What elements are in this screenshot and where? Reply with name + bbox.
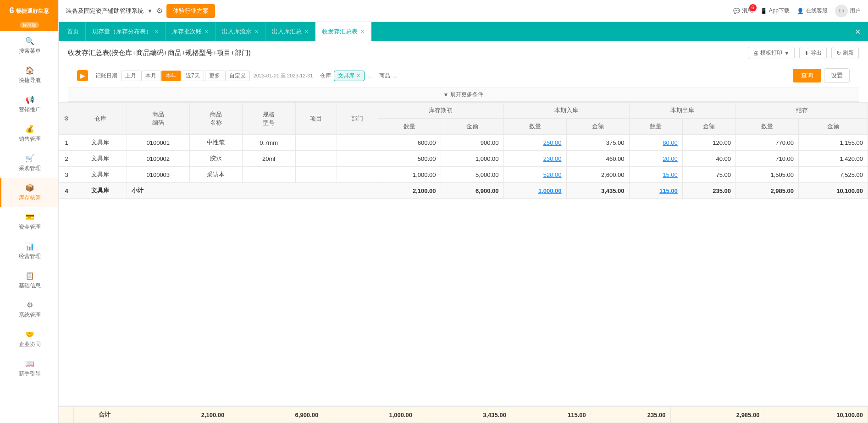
subtotal-warehouse: 文具库	[74, 183, 127, 199]
header-settings-icon[interactable]: ⚙	[156, 6, 163, 15]
operations-icon: 📊	[25, 242, 34, 251]
settings-button[interactable]: 设置	[824, 68, 850, 83]
tab-in-out-flow[interactable]: 出入库流水✕	[216, 22, 265, 41]
cell-project	[295, 135, 337, 151]
cell-in-qty[interactable]: 230.00	[503, 151, 566, 167]
date-btn-7days[interactable]: 近7天	[182, 71, 204, 81]
cell-open-amt: 5,000.00	[441, 167, 503, 183]
cell-no: 2	[59, 151, 74, 167]
date-btn-custom[interactable]: 自定义	[225, 71, 250, 81]
expand-icon: ▼	[443, 92, 449, 98]
sidebar-item-label-operations: 经营管理	[19, 253, 41, 260]
inventory-icon: 📦	[25, 183, 34, 192]
subtotal-in-qty[interactable]: 1,000.00	[503, 183, 566, 199]
th-department: 部门	[337, 103, 378, 135]
tab-close-batch-account[interactable]: ✕	[205, 29, 209, 35]
tab-close-in-out-summary[interactable]: ✕	[304, 29, 309, 35]
sidebar-item-sales[interactable]: 💰销售管理	[0, 119, 58, 148]
message-item[interactable]: 💬 消息 6	[733, 7, 753, 15]
print-template-label: 模板打印	[760, 49, 782, 57]
sidebar-item-label-purchase: 采购管理	[19, 165, 41, 172]
cell-in-qty[interactable]: 250.00	[503, 135, 566, 151]
expand-bar[interactable]: ▼ 展开更多条件	[68, 88, 859, 102]
cell-goods-spec: 0.7mm	[242, 135, 295, 151]
sidebar-item-quicknav[interactable]: 🏠快捷导航	[0, 60, 58, 90]
th-project: 项目	[295, 103, 337, 135]
avatar-text: Ea	[839, 8, 844, 13]
sidebar-item-label-marketing: 营销推广	[19, 106, 41, 114]
sidebar-item-enterprise[interactable]: 🤝企业协同	[0, 324, 58, 354]
subtotal-out-qty[interactable]: 115.00	[629, 183, 682, 199]
table-row: 2 文具库 0100002 胶水 20ml 500.00 1,000.00 23…	[59, 151, 868, 167]
cell-goods-code: 0100001	[127, 135, 189, 151]
cell-in-qty[interactable]: 520.00	[503, 167, 566, 183]
cell-goods-spec: 20ml	[242, 151, 295, 167]
th-settings[interactable]: ⚙	[59, 103, 74, 135]
user-item[interactable]: Ea 用户	[835, 5, 861, 17]
sidebar-item-label-sales: 销售管理	[19, 135, 41, 143]
tab-in-out-summary[interactable]: 出入库汇总✕	[265, 22, 315, 41]
experience-button[interactable]: 体验行业方案	[166, 4, 215, 18]
sidebar-item-marketing[interactable]: 📢营销推广	[0, 90, 58, 119]
sidebar-item-guide[interactable]: 📖新手引导	[0, 354, 58, 383]
sales-icon: 💰	[25, 125, 34, 133]
sidebar-item-label-search: 搜索菜单	[19, 47, 41, 55]
tab-close-recv-send-summary[interactable]: ✕	[360, 29, 365, 35]
sidebar-item-search[interactable]: 🔍搜索菜单	[0, 31, 58, 60]
export-button[interactable]: ⬇ 导出	[799, 47, 827, 59]
tab-batch-account[interactable]: 库存批次账✕	[166, 22, 216, 41]
goods-more[interactable]: ...	[393, 72, 398, 79]
cell-project	[295, 151, 337, 167]
table-row: 1 文具库 0100001 中性笔 0.7mm 600.00 900.00 25…	[59, 135, 868, 151]
sidebar-item-finance[interactable]: 💳资金管理	[0, 207, 58, 236]
cell-goods-code: 0100002	[127, 151, 189, 167]
page-title: 收发存汇总表(按仓库+商品编码+商品+规格型号+项目+部门)	[68, 49, 251, 57]
tab-home[interactable]: 首页	[61, 22, 86, 41]
cell-out-qty[interactable]: 80.00	[629, 135, 682, 151]
total-empty-settings	[59, 407, 74, 423]
cell-open-qty: 1,000.00	[378, 167, 441, 183]
sidebar-item-basic[interactable]: 📋基础信息	[0, 266, 58, 295]
refresh-button[interactable]: ↻ 刷新	[831, 47, 859, 59]
tab-recv-send-summary[interactable]: 收发存汇总表✕	[315, 22, 371, 41]
top-header-right: 💬 消息 6 📱 App下载 👤 在线客服 Ea 用户	[733, 5, 861, 17]
header-dropdown[interactable]: ▼	[147, 8, 153, 14]
tab-inventory-dist[interactable]: 现存量（库存分布表）✕	[86, 22, 166, 41]
warehouse-tag-close-icon[interactable]: ✕	[356, 73, 360, 79]
tab-label-batch-account: 库存批次账	[172, 27, 202, 36]
date-btn-this-year[interactable]: 本年	[161, 71, 181, 81]
th-out-amt: 金额	[682, 119, 735, 135]
filter-toggle-button[interactable]: ▶	[77, 70, 88, 81]
date-filter-section: 记账日期 上月 本月 本年 近7天 更多 自定义 2023-01-01 至 20…	[95, 71, 313, 81]
sidebar-item-operations[interactable]: 📊经营管理	[0, 236, 58, 266]
quicknav-icon: 🏠	[25, 66, 34, 75]
cell-out-qty[interactable]: 15.00	[629, 167, 682, 183]
tab-close-inventory-dist[interactable]: ✕	[155, 29, 159, 35]
date-btn-last-month[interactable]: 上月	[121, 71, 140, 81]
cell-bal-qty: 710.00	[736, 151, 799, 167]
tab-bar-close-icon[interactable]: ✕	[849, 22, 866, 41]
cell-out-qty[interactable]: 20.00	[629, 151, 682, 167]
print-template-button[interactable]: 🖨 模板打印 ▼	[748, 47, 795, 59]
warehouse-tag[interactable]: 文具库 ✕	[334, 71, 365, 81]
app-download-item[interactable]: 📱 App下载	[760, 7, 790, 15]
date-btn-more[interactable]: 更多	[205, 71, 224, 81]
warehouse-more[interactable]: ...	[367, 72, 372, 79]
online-service-item[interactable]: 👤 在线客服	[797, 7, 828, 15]
date-btn-this-month[interactable]: 本月	[141, 71, 160, 81]
refresh-label: 刷新	[843, 49, 854, 57]
sidebar-item-system[interactable]: ⚙系统管理	[0, 295, 58, 324]
table-footer: 合计 2,100.00 6,900.00 1,000.00 3,435.00 1…	[59, 406, 868, 423]
cell-bal-qty: 770.00	[736, 135, 799, 151]
th-bal-qty: 数量	[736, 119, 799, 135]
subtotal-no: 4	[59, 183, 74, 199]
top-header-left: 装备及固定资产辅助管理系统 ▼ ⚙ 体验行业方案	[66, 4, 215, 18]
sidebar-item-inventory[interactable]: 📦库存核算	[0, 178, 58, 207]
logo-icon: 6	[9, 5, 14, 16]
sidebar-item-purchase[interactable]: 🛒采购管理	[0, 148, 58, 178]
cell-warehouse: 文具库	[74, 167, 127, 183]
date-range-text: 2023-01-01 至 2023-12-31	[254, 72, 313, 79]
query-button[interactable]: 查询	[793, 69, 821, 82]
warehouse-filter: 仓库 文具库 ✕ ...	[320, 71, 372, 81]
tab-close-in-out-flow[interactable]: ✕	[254, 29, 259, 35]
